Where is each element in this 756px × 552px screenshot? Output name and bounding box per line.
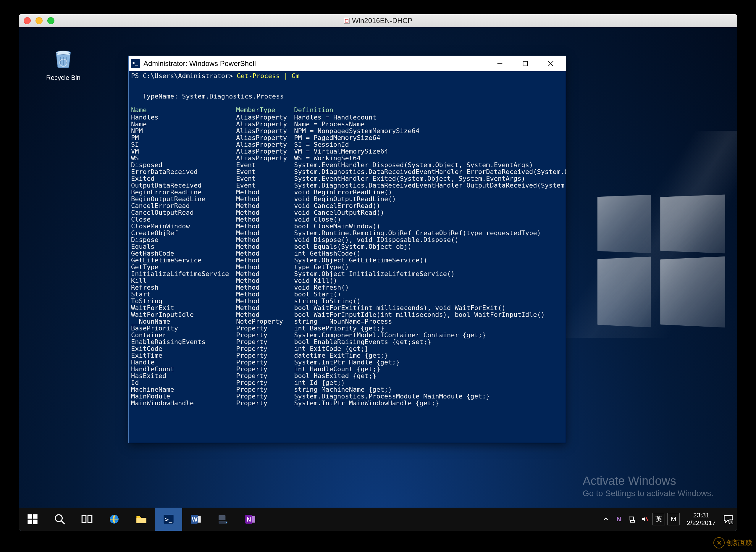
svg-rect-6 [33,514,37,519]
table-row: CloseMainWindowMethodbool CloseMainWindo… [131,223,566,230]
mac-maximize-button[interactable] [47,17,54,24]
cell-name: OutputDataReceived [131,182,236,189]
start-button[interactable] [19,508,46,531]
cell-definition: System.EventHandler Exited(System.Object… [294,175,566,182]
taskbar-explorer[interactable] [128,508,155,531]
table-row: ExitCodePropertyint ExitCode {get;} [131,345,566,352]
table-row: WaitForInputIdleMethodbool WaitForInputI… [131,311,566,318]
ps-prompt: PS C:\Users\Administrator> [131,72,233,80]
cell-definition: VM = VirtualMemorySize64 [294,148,566,155]
cell-membertype: AliasProperty [236,114,294,121]
cell-name: Container [131,331,236,338]
cell-definition: System.IntPtr Handle {get;} [294,359,566,366]
cell-membertype: Method [236,270,294,277]
cell-definition: bool EnableRaisingEvents {get;set;} [294,338,566,345]
table-row: EnableRaisingEventsPropertybool EnableRa… [131,338,566,345]
search-button[interactable] [46,508,73,531]
tray-network-icon[interactable] [626,514,637,525]
cell-definition: void CancelErrorRead() [294,202,566,209]
windows-logo-icon [27,513,38,525]
taskbar-onenote[interactable]: N [237,508,264,531]
taskbar-right: N 英 M 23:31 2/22/2017 1 [600,508,737,531]
cell-name: CancelOutputRead [131,209,236,216]
cell-membertype: Method [236,298,294,304]
cell-membertype: Method [236,195,294,202]
cell-definition: PM = PagedMemorySize64 [294,134,566,141]
cell-definition: type GetType() [294,264,566,270]
minimize-button[interactable] [487,56,512,71]
cell-name: MachineName [131,386,236,393]
table-row: PMAliasPropertyPM = PagedMemorySize64 [131,134,566,141]
cell-definition: void Kill() [294,277,566,284]
table-row: ContainerPropertySystem.ComponentModel.I… [131,331,566,338]
cell-name: GetHashCode [131,250,236,257]
recycle-bin-icon[interactable]: Recycle Bin [42,46,84,82]
activate-windows-watermark: Activate Windows Go to Settings to activ… [583,474,714,498]
table-row: RefreshMethodvoid Refresh() [131,284,566,291]
cell-name: EnableRaisingEvents [131,338,236,345]
powershell-window[interactable]: Administrator: Windows PowerShell PS C:\… [128,55,566,443]
tray-chevron-up-icon[interactable] [600,514,611,525]
col-name: Name [131,107,236,114]
table-row: KillMethodvoid Kill() [131,277,566,284]
taskbar-word[interactable]: W [182,508,209,531]
cell-definition: void Dispose(), void IDisposable.Dispose… [294,236,566,243]
cell-definition: int GetHashCode() [294,250,566,257]
mac-minimize-button[interactable] [35,17,42,24]
mac-close-button[interactable] [24,17,31,24]
cell-definition: void Refresh() [294,284,566,291]
tray-action-center[interactable]: 1 [723,514,734,525]
taskbar-ie[interactable] [101,508,128,531]
tray-onenote-icon[interactable]: N [613,514,624,525]
windows-taskbar[interactable]: >_ W N N [19,508,737,531]
cell-membertype: Event [236,182,294,189]
taskbar-powershell[interactable]: >_ [155,508,182,531]
maximize-button[interactable] [512,56,538,71]
tray-volume-icon[interactable] [639,514,650,525]
cell-name: Close [131,216,236,223]
cell-name: CreateObjRef [131,230,236,236]
table-row: InitializeLifetimeServiceMethodSystem.Ob… [131,270,566,277]
image-watermark: ✕ 创新互联 [714,537,752,548]
tray-clock[interactable]: 23:31 2/22/2017 [682,512,721,527]
svg-point-22 [226,522,227,523]
svg-rect-25 [252,516,255,522]
clock-time: 23:31 [687,512,716,519]
powershell-output[interactable]: PS C:\Users\Administrator> Get-Process |… [129,71,566,443]
cell-name: Handle [131,359,236,366]
cell-definition: System.Object InitializeLifetimeService(… [294,270,566,277]
cell-name: BasePriority [131,325,236,331]
cell-name: WaitForExit [131,304,236,311]
tray-ime-lang[interactable]: 英 [652,513,665,525]
table-row: MainModulePropertySystem.Diagnostics.Pro… [131,393,566,400]
powershell-taskbar-icon: >_ [163,513,174,525]
cell-name: GetLifetimeService [131,257,236,264]
table-row: GetTypeMethodtype GetType() [131,264,566,270]
cell-name: ToString [131,298,236,304]
cell-membertype: NoteProperty [236,318,294,325]
table-row: ExitedEventSystem.EventHandler Exited(Sy… [131,175,566,182]
tray-ime-mode[interactable]: M [667,513,680,525]
close-button[interactable] [538,56,564,71]
cell-membertype: Property [236,359,294,366]
task-view-button[interactable] [73,508,101,531]
cell-membertype: Method [236,311,294,318]
svg-rect-2 [523,61,527,66]
cell-definition: void BeginOutputReadLine() [294,195,566,202]
cell-definition: void CancelOutputRead() [294,209,566,216]
cell-membertype: Property [236,400,294,406]
table-row: DisposeMethodvoid Dispose(), void IDispo… [131,236,566,243]
taskbar-server-manager[interactable] [209,508,237,531]
powershell-titlebar[interactable]: Administrator: Windows PowerShell [129,56,566,71]
ps-member-table: NameMemberTypeDefinition HandlesAliasPro… [131,107,566,406]
cell-membertype: Method [236,304,294,311]
powershell-icon [131,59,140,68]
windows-desktop[interactable]: Recycle Bin Administrator: Windows Power… [19,27,737,531]
mac-titlebar[interactable]: Win2016EN-DHCP [19,14,737,27]
cell-name: BeginErrorReadLine [131,189,236,195]
cell-membertype: Method [236,257,294,264]
cell-name: MainModule [131,393,236,400]
table-row: GetHashCodeMethodint GetHashCode() [131,250,566,257]
cell-membertype: AliasProperty [236,155,294,161]
cell-name: NPM [131,128,236,134]
